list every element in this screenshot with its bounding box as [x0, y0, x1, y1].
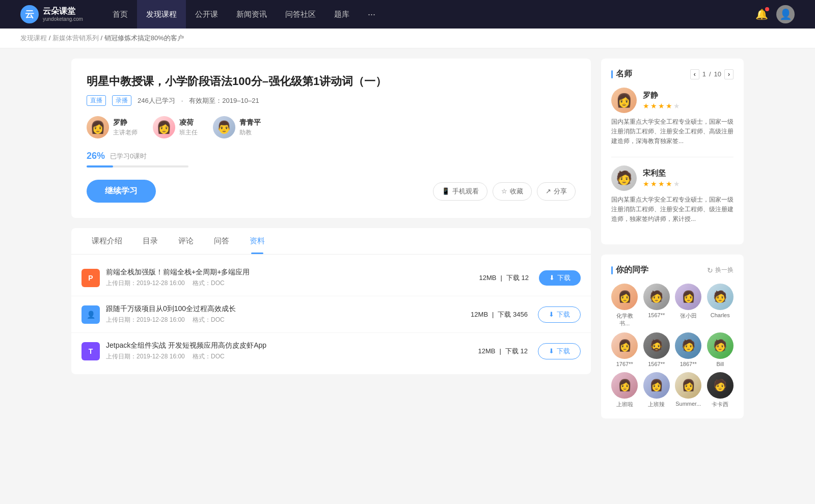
classmate-item-6: 🧑 1867**	[675, 332, 702, 367]
teacher-desc-1: 国内某重点大学安全工程专业硕士，国家一级注册消防工程师、注册安全工程师、级注册建…	[611, 195, 734, 225]
classmate-avatar-2[interactable]: 👩	[675, 284, 701, 310]
badge-record: 录播	[112, 95, 131, 106]
instructor-avatar-0: 👩	[87, 116, 109, 138]
teacher-header-0: 👩 罗静 ★★★★★	[611, 88, 734, 113]
classmate-name-6: 1867**	[680, 361, 697, 367]
bell-icon[interactable]: 🔔	[755, 8, 768, 20]
course-actions: 继续学习 📱 手机观看 ☆ 收藏 ↗ 分享	[87, 180, 576, 203]
nav-item-news[interactable]: 新闻资讯	[227, 0, 276, 29]
resource-info-1: 跟随千万级项目从0到100全过程高效成长 上传日期：2019-12-28 16:…	[106, 304, 471, 324]
logo[interactable]: 云 云朵课堂 yundoketang.com	[20, 5, 83, 23]
teacher-name-1: 宋利坚	[643, 169, 680, 178]
download-button-0[interactable]: ⬇ 下载	[539, 270, 581, 286]
classmate-name-9: 上班辣	[648, 401, 665, 408]
resource-icon-0: P	[82, 269, 100, 287]
navigation: 云 云朵课堂 yundoketang.com 首页 发现课程 公开课 新闻资讯 …	[0, 0, 815, 29]
refresh-classmates-button[interactable]: ↻ 换一换	[707, 266, 734, 274]
resource-info-0: 前端全栈加强版！前端全栈+全周期+多端应用 上传日期：2019-12-28 16…	[106, 268, 479, 288]
resource-name-2: Jetpack全组件实战 开发短视频应用高仿皮皮虾App	[106, 341, 478, 350]
tab-resources[interactable]: 资料	[239, 228, 275, 254]
badge-live: 直播	[87, 95, 106, 106]
share-button[interactable]: ↗ 分享	[537, 182, 576, 201]
teachers-prev-button[interactable]: ‹	[690, 69, 699, 79]
classmate-item-8: 👩 上班啦	[611, 372, 638, 408]
teacher-stars-1: ★★★★★	[643, 180, 680, 188]
nav-item-qa[interactable]: 问答社区	[276, 0, 325, 29]
classmates-card-header: 你的同学 ↻ 换一换	[611, 265, 734, 275]
classmate-item-5: 🧔 1567**	[643, 332, 670, 367]
resource-stats-1: 12MB | 下载 3456	[471, 310, 528, 319]
teacher-header-1: 🧑 宋利坚 ★★★★★	[611, 165, 734, 191]
download-button-1[interactable]: ⬇ 下载	[538, 306, 581, 323]
classmate-avatar-9[interactable]: 👩	[643, 372, 670, 399]
instructor-2: 👨 青青平 助教	[213, 116, 261, 138]
instructor-1: 👩 凌荷 班主任	[153, 116, 198, 138]
tab-qa[interactable]: 问答	[204, 228, 239, 254]
tab-review[interactable]: 评论	[168, 228, 204, 254]
classmate-avatar-7[interactable]: 🧑	[707, 332, 734, 359]
right-sidebar: 名师 ‹ 1/10 › 👩 罗静 ★★★★★	[601, 59, 744, 429]
classmate-name-2: 张小田	[680, 312, 697, 320]
teacher-item-0: 👩 罗静 ★★★★★ 国内某重点大学安全工程专业硕士，国家一级注册消防工程师、注…	[611, 88, 734, 147]
mobile-view-button[interactable]: 📱 手机观看	[433, 182, 487, 201]
classmates-title: 你的同学	[611, 265, 648, 275]
classmate-avatar-1[interactable]: 🧑	[643, 284, 670, 310]
teacher-divider	[611, 157, 734, 157]
breadcrumb-discover[interactable]: 发现课程	[20, 34, 47, 42]
classmate-avatar-10[interactable]: 👩	[675, 372, 701, 399]
collect-button[interactable]: ☆ 收藏	[493, 182, 532, 201]
classmate-name-8: 上班啦	[616, 401, 633, 408]
classmate-avatar-8[interactable]: 👩	[611, 372, 638, 399]
continue-learning-button[interactable]: 继续学习	[87, 180, 156, 203]
course-header-card: 明星中教授课，小学阶段语法100分–强化级第1讲动词（一） 直播 录播 246人…	[71, 59, 591, 218]
course-title: 明星中教授课，小学阶段语法100分–强化级第1讲动词（一）	[87, 74, 576, 89]
instructor-name-2: 青青平	[239, 118, 261, 127]
classmate-item-0: 👩 化学教书...	[611, 284, 638, 327]
tabs-header: 课程介绍 目录 评论 问答 资料	[71, 228, 591, 255]
teacher-avatar-1: 🧑	[611, 165, 637, 191]
download-icon-2: ⬇	[549, 347, 554, 355]
share-icon: ↗	[546, 187, 551, 195]
nav-item-more[interactable]: ···	[359, 0, 385, 29]
tab-intro[interactable]: 课程介绍	[82, 228, 132, 254]
instructor-avatar-1: 👩	[153, 116, 175, 138]
user-avatar[interactable]: 👤	[776, 5, 795, 23]
resource-list: P 前端全栈加强版！前端全栈+全周期+多端应用 上传日期：2019-12-28 …	[71, 255, 591, 374]
resource-meta-2: 上传日期：2019-12-28 16:00 格式：DOC	[106, 352, 478, 361]
nav-item-discover[interactable]: 发现课程	[137, 0, 186, 29]
progress-bar-fill	[87, 165, 113, 167]
resource-stats-0: 12MB | 下载 12	[479, 273, 529, 283]
tab-catalog[interactable]: 目录	[132, 228, 168, 254]
breadcrumb: 发现课程 / 新媒体营销系列 / 销冠修炼术搞定80%的客户	[0, 29, 815, 48]
classmate-item-11: 🧑 卡卡西	[707, 372, 734, 408]
nav-item-quiz[interactable]: 题库	[325, 0, 359, 29]
teachers-next-button[interactable]: ›	[724, 69, 734, 79]
classmate-avatar-4[interactable]: 👩	[611, 332, 638, 359]
classmate-item-7: 🧑 Bill	[707, 332, 734, 367]
classmate-avatar-3[interactable]: 🧑	[707, 284, 734, 310]
teachers-title: 名师	[611, 69, 632, 79]
classmate-item-3: 🧑 Charles	[707, 284, 734, 327]
classmate-avatar-5[interactable]: 🧔	[643, 332, 670, 359]
classmate-avatar-11[interactable]: 🧑	[707, 372, 734, 399]
classmate-avatar-0[interactable]: 👩	[611, 284, 638, 310]
classmate-item-1: 🧑 1567**	[643, 284, 670, 327]
nav-item-home[interactable]: 首页	[103, 0, 137, 29]
left-content: 明星中教授课，小学阶段语法100分–强化级第1讲动词（一） 直播 录播 246人…	[71, 59, 591, 429]
progress-label: 已学习0课时	[110, 152, 147, 161]
classmate-name-5: 1567**	[648, 361, 665, 367]
nav-item-public[interactable]: 公开课	[186, 0, 227, 29]
instructor-role-2: 助教	[239, 128, 261, 137]
classmate-name-0: 化学教书...	[611, 312, 638, 327]
teacher-stars-0: ★★★★★	[643, 102, 680, 110]
instructor-0: 👩 罗静 主讲老师	[87, 116, 138, 138]
download-button-2[interactable]: ⬇ 下载	[538, 343, 581, 359]
classmate-item-2: 👩 张小田	[675, 284, 702, 327]
classmates-card: 你的同学 ↻ 换一换 👩 化学教书... 🧑 1567** 👩 张小田	[601, 255, 744, 418]
instructor-name-1: 凌荷	[179, 118, 198, 127]
nav-items: 首页 发现课程 公开课 新闻资讯 问答社区 题库 ···	[103, 0, 755, 29]
resource-meta-0: 上传日期：2019-12-28 16:00 格式：DOC	[106, 279, 479, 288]
classmate-avatar-6[interactable]: 🧑	[675, 332, 701, 359]
breadcrumb-series[interactable]: 新媒体营销系列	[52, 34, 99, 42]
teachers-card: 名师 ‹ 1/10 › 👩 罗静 ★★★★★	[601, 59, 744, 244]
